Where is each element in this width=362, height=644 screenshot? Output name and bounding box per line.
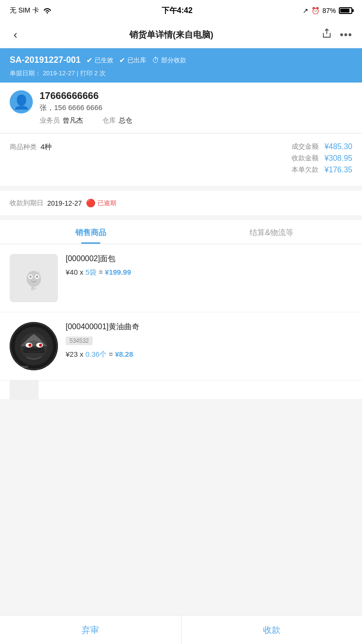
price-x-1: x [80,268,85,276]
customer-avatar: 👤 [10,90,33,113]
share-icon[interactable] [321,28,332,41]
status-time: 下午4:42 [162,6,193,16]
customer-id: 17666666666 [40,90,352,101]
date-value: 2019-12-27 [43,70,75,77]
status-right: ↗ ⏰ 87% [303,7,352,14]
back-button[interactable]: ‹ [10,24,21,45]
product-info-2: [000400001]黄油曲奇 534532 ¥23 x 0.36个 = ¥8.… [66,322,352,359]
amount-row: 成交金额 ¥485.30 [292,142,352,151]
page-title: 销货单详情(来自电脑) [129,29,213,41]
stats-section: 商品种类 4种 成交金额 ¥485.30 收款金额 ¥308.95 本单欠款 ¥… [0,134,362,191]
due-label: 收款到期日 [10,199,43,208]
stats-left: 商品种类 4种 [10,142,52,177]
customer-meta: 业务员 曾凡杰 仓库 总仓 [40,116,352,125]
debt-value: ¥176.35 [324,166,352,174]
price-eq-1: = [98,268,105,276]
header-banner: SA-20191227-001 ✔ 已生效 ✔ 已出库 ⏱ 部分收款 单据日期：… [0,48,362,83]
svg-point-1 [27,271,41,287]
collect-button[interactable]: 收款 [181,616,362,644]
customer-info: 17666666666 张，156 6666 6666 业务员 曾凡杰 仓库 总… [40,90,352,125]
svg-point-13 [39,344,42,347]
warehouse-value: 总仓 [119,116,132,125]
nav-bar: ‹ 销货单详情(来自电脑) ••• [0,21,362,48]
debt-label: 本单欠款 [292,166,319,174]
kind-item: 商品种类 4种 [10,142,52,152]
tab-settlement[interactable]: 结算&物流等 [181,220,362,244]
list-item: bossword [000400001]黄油曲奇 534532 ¥23 x 0.… [0,312,362,380]
stats-right: 成交金额 ¥485.30 收款金额 ¥308.95 本单欠款 ¥176.35 [292,142,352,177]
price-total-1: ¥199.99 [105,268,131,276]
bottom-bar: 弃审 收款 [0,615,362,644]
product-price-1: ¥40 x 5袋 = ¥199.99 [66,268,352,277]
overdue-icon: 🔴 [86,198,96,208]
alarm-icon: ⏰ [311,7,320,14]
kind-label: 商品种类 [10,143,37,152]
due-date: 2019-12-27 [47,199,82,207]
battery-percent: 87% [322,7,336,14]
kind-value: 4种 [41,142,52,152]
received-row: 收款金额 ¥308.95 [292,154,352,163]
more-icon[interactable]: ••• [340,28,352,41]
svg-point-5 [36,276,39,278]
customer-section: 👤 17666666666 张，156 6666 6666 业务员 曾凡杰 仓库… [0,83,362,133]
product-thumb-1: 器+ [10,254,58,302]
wifi-icon [43,7,52,15]
due-section: 收款到期日 2019-12-27 🔴 已逾期 [0,191,362,220]
product-list: 器+ [0000002]面包 ¥40 x 5袋 = ¥199.99 [0,244,362,400]
sim-status: 无 SIM 卡 [10,6,39,15]
price-eq-2: = [109,350,115,358]
order-id: SA-20191227-001 [10,55,81,65]
customer-name-phone: 张，156 6666 6666 [40,103,352,112]
banner-date-row: 单据日期： 2019-12-27 | 打印 2 次 [10,69,352,78]
product-price-2: ¥23 x 0.36个 = ¥8.28 [66,350,352,359]
overdue-badge: 🔴 已逾期 [86,198,116,208]
print-info: | 打印 2 次 [77,70,106,77]
svg-text:bossword: bossword [14,365,28,368]
list-item-partial [0,380,362,400]
salesperson-value: 曾凡杰 [63,116,83,125]
badge-effective: ✔ 已生效 [86,56,113,65]
location-icon: ↗ [303,7,308,14]
svg-point-4 [29,276,32,278]
product-name-1: [0000002]面包 [66,254,352,264]
tab-sales-products[interactable]: 销售商品 [0,220,181,244]
cancel-button[interactable]: 弃审 [0,616,181,644]
warehouse-item: 仓库 总仓 [102,116,132,125]
tabs-section: 销售商品 结算&物流等 [0,220,362,244]
product-name-2: [000400001]黄油曲奇 [66,322,352,332]
salesperson-item: 业务员 曾凡杰 [40,116,83,125]
badge-partial: ⏱ 部分收款 [152,56,186,65]
amount-value: ¥485.30 [324,142,352,151]
product-thumb-2: bossword [10,322,58,370]
product-info-1: [0000002]面包 ¥40 x 5袋 = ¥199.99 [66,254,352,277]
battery-icon [339,7,352,14]
product-sku-2: 534532 [66,336,93,345]
list-item: 器+ [0000002]面包 ¥40 x 5袋 = ¥199.99 [0,244,362,312]
banner-row1: SA-20191227-001 ✔ 已生效 ✔ 已出库 ⏱ 部分收款 [10,55,352,65]
badge-shipped: ✔ 已出库 [119,56,146,65]
price-qty-2: 0.36个 [85,350,109,358]
nav-actions: ••• [321,28,352,41]
received-label: 收款金额 [292,154,319,163]
status-bar: 无 SIM 卡 下午4:42 ↗ ⏰ 87% [0,0,362,21]
debt-row: 本单欠款 ¥176.35 [292,166,352,174]
overdue-text: 已逾期 [97,199,116,208]
warehouse-label: 仓库 [102,116,116,125]
bottom-spacer [0,400,362,429]
price-base-2: ¥23 [66,350,78,358]
price-total-2: ¥8.28 [115,350,133,358]
price-base-1: ¥40 [66,268,78,276]
svg-text:器+: 器+ [31,286,37,291]
received-value: ¥308.95 [324,154,352,163]
date-label: 单据日期： [10,70,41,77]
status-left: 无 SIM 卡 [10,6,52,15]
amount-label: 成交金额 [292,142,319,151]
salesperson-label: 业务员 [40,116,60,125]
svg-point-12 [28,344,31,347]
price-qty-1: 5袋 [85,268,99,276]
thumb-placeholder-1: 器+ [10,254,58,302]
price-x-2: x [80,350,85,358]
avatar-icon: 👤 [13,94,30,110]
